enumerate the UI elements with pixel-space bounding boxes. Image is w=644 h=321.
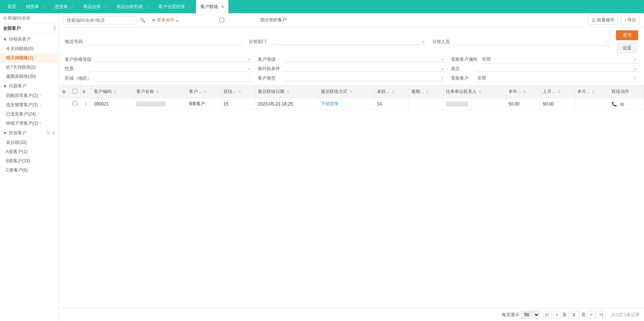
customer-type-select[interactable]: ∨ <box>283 75 445 81</box>
phone-input[interactable] <box>90 39 243 44</box>
search-input[interactable] <box>63 16 137 24</box>
sidebar-item-repurchase-abnormal[interactable]: 回购异常客户(2) ? <box>0 91 59 100</box>
sidebar-all-customers[interactable]: 全部客户 《 <box>0 23 59 34</box>
last-contact-link[interactable]: 下销货单 <box>321 101 339 106</box>
close-sales-order-icon[interactable]: ✕ <box>42 5 45 9</box>
page-size-dropdown[interactable]: 50 100 200 <box>521 311 540 319</box>
batch-op-btn[interactable]: ☑ 批量操作 <box>588 15 618 25</box>
close-product-analysis-list-icon[interactable]: ✕ <box>146 5 149 9</box>
sidebar: 🔍 全部客户 《 ▼ 待联络客户 今天待联络(0) 明天待联络(1) 近7天待联… <box>0 13 59 321</box>
filter-bar: 🔍 ▼ 更多条件 ▲ 我分管的客户 ☑ 批量操作 ↑ 导出 <box>59 13 644 27</box>
next-page-btn[interactable]: > <box>587 311 595 318</box>
settings-icon[interactable]: ⚙ <box>62 89 66 94</box>
row-last-contact-date: 2023-05-23 18:25: <box>255 98 319 110</box>
nav-home[interactable]: 首页 <box>3 0 21 13</box>
retail-customer-label: 零散客户 <box>451 75 473 82</box>
page-input[interactable] <box>568 311 580 318</box>
dept-select[interactable]: ∨ <box>274 39 427 45</box>
nature-select[interactable]: ∨ <box>90 66 252 72</box>
sidebar-item-overdue-contact[interactable]: 逾期未联络(30) <box>0 72 59 81</box>
last-page-btn[interactable]: >| <box>596 311 605 318</box>
query-button[interactable]: 查询 <box>616 30 638 40</box>
payment-label: 收付款条件 <box>258 66 280 72</box>
reset-button[interactable]: 设置 <box>617 43 637 53</box>
my-customers-checkbox-label[interactable]: 我分管的客户 <box>185 17 287 23</box>
person-select[interactable]: ··· <box>457 38 610 45</box>
nav-product-analysis-list[interactable]: 商品分析列表 ✕ <box>112 0 153 13</box>
export-btn[interactable]: ↑ 导出 <box>621 15 640 25</box>
row-num: 1 <box>80 98 91 110</box>
sidebar-item-class-c[interactable]: C类客户(6) <box>0 166 59 175</box>
retail-attr-select[interactable]: 全部 ∨ <box>480 55 638 63</box>
region-select[interactable]: ··· <box>94 75 252 82</box>
level-caret-icon: ∨ <box>441 57 444 61</box>
sidebar-item-7day-contact[interactable]: 近7天待联络(0) <box>0 63 59 72</box>
sidebar-group-pending[interactable]: ▼ 待联络客户 <box>0 34 59 44</box>
col-settings: ⚙ <box>59 86 69 98</box>
sidebar-item-today-contact[interactable]: 今天待联络(0) <box>0 44 59 54</box>
customer-type-label: 客户类型 <box>258 75 280 82</box>
arrow-value-icon: ▼ <box>3 131 7 136</box>
edit-icon[interactable]: ✎ <box>52 131 56 136</box>
filter-row-2: 客户价格等级 ∨ 客户等级 ∨ 零散客户属性 全部 <box>65 55 638 63</box>
page-nav: |< < 第 页 > >| <box>543 311 605 318</box>
price-level-select[interactable]: ∨ <box>94 56 252 62</box>
sidebar-group-value[interactable]: ▼ 价值客户 ↻ ✎ <box>0 128 59 138</box>
customer-table: ⚙ # 客户编码 ⇅ 客户名称 ⇅ 客户... ⇅ 联络... ⇅ 最后联络日期… <box>59 86 644 110</box>
sidebar-item-class-a[interactable]: A类客户(1) <box>0 147 59 156</box>
col-action: 联络动作 <box>609 86 644 98</box>
main-layout: 🔍 全部客户 《 ▼ 待联络客户 今天待联络(0) 明天待联络(1) 近7天待联… <box>0 13 644 321</box>
retail-attr-label: 零散客户属性 <box>451 56 477 63</box>
sidebar-item-churned[interactable]: 已流失客户(24) ? <box>0 110 59 119</box>
filter-field-nature: 性质 ∨ <box>65 66 252 72</box>
prev-page-btn[interactable]: < <box>553 311 561 318</box>
sidebar-item-class-b[interactable]: B类客户(33) <box>0 156 59 166</box>
nav-customer-contact[interactable]: 客户联络 ✕ <box>196 0 228 13</box>
row-name <box>134 98 187 110</box>
nature-caret-icon: ∨ <box>248 67 251 71</box>
more-conditions-btn[interactable]: ▼ 更多条件 ▲ <box>148 16 182 24</box>
top-nav: 首页 销货单 ✕ 进货单 ✕ 商品分析 ✕ 商品分析列表 ✕ 客户分层经营 ✕ … <box>0 0 644 13</box>
retail-customer-select[interactable]: 全部 ∨ <box>476 74 638 82</box>
col-checkbox <box>69 86 80 98</box>
close-customer-tier-icon[interactable]: ✕ <box>188 5 191 9</box>
close-customer-contact-icon[interactable]: ✕ <box>221 5 224 9</box>
payment-caret-icon: ∨ <box>441 67 444 71</box>
payment-select[interactable]: ∨ <box>283 66 445 72</box>
advanced-filter: 电话号码 分管部门 ∨ 分管人员 ··· <box>59 27 644 86</box>
nav-product-analysis[interactable]: 商品分析 ✕ <box>79 0 111 13</box>
row-select-checkbox[interactable] <box>73 101 77 106</box>
dept-label: 分管部门 <box>249 39 271 45</box>
sidebar-collapse-icon[interactable]: 《 <box>52 26 56 31</box>
sidebar-item-churn-warning[interactable]: 流失预警客户(3) ? <box>0 100 59 110</box>
nav-sales-order[interactable]: 销货单 ✕ <box>21 0 49 13</box>
page-size-select: 每页显示 50 100 200 <box>502 311 540 319</box>
row-last-contact-method: 下销货单 <box>319 98 375 110</box>
person-more-icon[interactable]: ··· <box>605 39 609 44</box>
phone-action-icon[interactable]: 📞 <box>612 101 617 107</box>
nav-customer-tier[interactable]: 客户分层经营 ✕ <box>154 0 195 13</box>
filter-field-dept: 分管部门 ∨ <box>249 39 427 45</box>
customer-type-caret-icon: ∨ <box>441 76 444 80</box>
sidebar-item-declining[interactable]: 持续下滑客户(2) ? <box>0 119 59 128</box>
sidebar-search-input[interactable] <box>3 15 58 21</box>
col-this-year: 本年... ⇅ <box>506 86 540 98</box>
filter-field-phone: 电话号码 <box>65 38 243 45</box>
refresh-icon[interactable]: ↻ <box>47 131 50 136</box>
sidebar-group-problem[interactable]: ▼ 问题客户 <box>0 81 59 91</box>
region-more-icon[interactable]: ··· <box>247 76 251 81</box>
sidebar-item-tomorrow-contact[interactable]: 明天待联络(1) <box>0 54 59 63</box>
sidebar-item-ungrouped[interactable]: 未分组(32) <box>0 138 59 147</box>
filter-row-4: 区域（地区） ··· 客户类型 ∨ 零散客户 全部 <box>65 74 638 82</box>
filter-field-region: 区域（地区） ··· <box>65 75 252 82</box>
select-all-checkbox[interactable] <box>73 89 77 94</box>
nav-purchase-order[interactable]: 进货单 ✕ <box>50 0 78 13</box>
status-select[interactable]: ∨ <box>476 66 638 72</box>
more-action-icon[interactable]: ▦ <box>620 101 624 107</box>
my-customers-checkbox[interactable] <box>185 18 259 23</box>
close-purchase-order-icon[interactable]: ✕ <box>71 5 74 9</box>
first-page-btn[interactable]: |< <box>543 311 552 318</box>
close-product-analysis-icon[interactable]: ✕ <box>104 5 107 9</box>
customer-level-select[interactable]: ∨ <box>283 56 445 62</box>
search-bar-icon[interactable]: 🔍 <box>140 18 146 23</box>
